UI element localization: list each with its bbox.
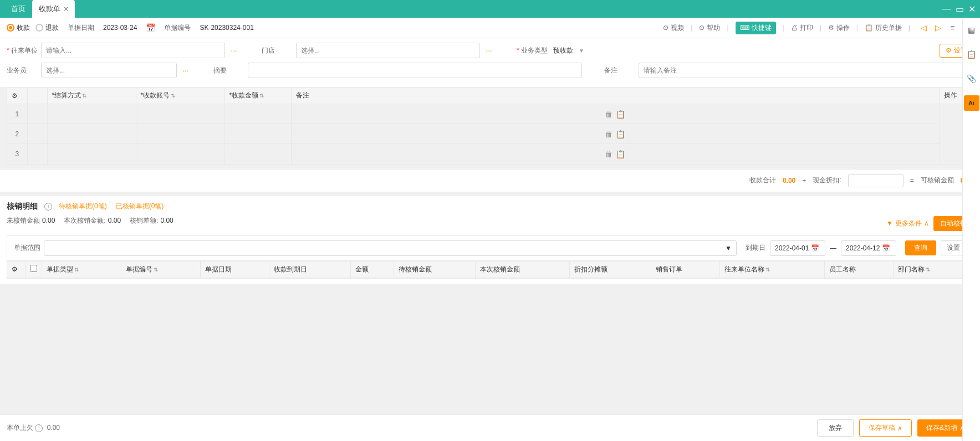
query-btn[interactable]: 查询 — [905, 240, 936, 255]
date-to-value: 2022-04-12 — [846, 244, 880, 252]
th-amount[interactable]: *收款金额 ⇅ — [224, 88, 291, 104]
receipt-table-container: ⚙ *结算方式 ⇅ *收款账号 ⇅ — [7, 87, 973, 165]
td-action-1: 🗑 📋 — [291, 104, 940, 124]
verify-tab-completed[interactable]: 已核销单据(0笔) — [116, 202, 164, 211]
delete-icon-2[interactable]: 🗑 — [605, 130, 612, 139]
bottom-table: ⚙ 单据类型 ⇅ 单据编号 — [7, 261, 973, 278]
radio-refund-dot — [35, 24, 43, 32]
delete-icon-1[interactable]: 🗑 — [605, 110, 612, 119]
verify-info-icon[interactable]: i — [44, 203, 52, 211]
history-btn[interactable]: 📋 历史单据 — [865, 23, 902, 33]
tab-receipt-close[interactable]: × — [64, 4, 68, 13]
summary-equals: = — [910, 177, 914, 184]
staff-field: 业务员 ··· — [7, 63, 191, 78]
tab-home[interactable]: 首页 — [4, 0, 32, 18]
unchecked-stat: 未核销金额 0.00 — [7, 216, 55, 225]
date-from-input[interactable]: 2022-04-01 📅 — [770, 240, 825, 256]
td-account-1 — [47, 104, 136, 124]
unchecked-value: 0.00 — [42, 217, 55, 224]
th-account[interactable]: *收款账号 ⇅ — [136, 88, 224, 104]
sidebar-table-icon[interactable]: ▦ — [964, 22, 979, 38]
filter-btns: 查询 设置 — [905, 240, 966, 255]
store-more-icon[interactable]: ··· — [483, 46, 494, 55]
shortcut-btn[interactable]: ⌨ 快捷键 — [736, 22, 776, 34]
bottom-table-container: ⚙ 单据类型 ⇅ 单据编号 — [7, 261, 973, 279]
layout-list-btn[interactable]: ≡ — [946, 21, 959, 34]
video-btn[interactable]: ⊙ 视频 — [663, 23, 684, 33]
bth-doc-no-label: 单据编号 — [126, 265, 152, 274]
number-value: SK-20230324-001 — [200, 24, 253, 32]
verify-tab-pending[interactable]: 待核销单据(0笔) — [59, 202, 107, 211]
staff-more-icon[interactable]: ··· — [180, 66, 191, 75]
td-remark-3 — [224, 144, 291, 164]
range-select[interactable]: ▼ — [44, 240, 737, 256]
bth-gear[interactable]: ⚙ — [7, 261, 25, 278]
more-conditions-btn[interactable]: ▼ 更多条件 ∧ — [886, 219, 929, 228]
sidebar-doc-icon[interactable]: 📋 — [964, 47, 979, 62]
main-scroll: 收款 退款 单据日期 2023-03-24 📅 单据编号 SK-20230324… — [0, 18, 980, 340]
sidebar-ai-icon[interactable]: Ai — [964, 95, 979, 111]
business-type-chevron[interactable]: ▼ — [579, 48, 584, 54]
bth-dept[interactable]: 部门名称 ⇅ — [893, 261, 972, 278]
store-label: 门店 — [262, 46, 293, 55]
history-label: 历史单据 — [875, 23, 902, 33]
bth-doc-no[interactable]: 单据编号 ⇅ — [121, 261, 200, 278]
shortcut-label: 快捷键 — [752, 23, 772, 33]
verify-stats: 未核销金额 0.00 本次核销金额: 0.00 核销差额: 0.00 — [7, 216, 173, 225]
copy-icon-1[interactable]: 📋 — [616, 110, 625, 119]
discount-input[interactable] — [848, 174, 904, 187]
counterpart-more-icon[interactable]: ··· — [228, 46, 239, 55]
operate-btn[interactable]: ⚙ 操作 — [828, 23, 850, 33]
business-type-field: 业务类型 预收款 ▼ — [517, 46, 940, 55]
store-field: 门店 ··· — [262, 43, 494, 58]
window-close-btn[interactable]: ✕ — [968, 4, 976, 14]
date-to-input[interactable]: 2022-04-12 📅 — [841, 240, 896, 256]
date-from-calendar-icon: 📅 — [811, 244, 819, 252]
diff-label: 核销差额: — [130, 216, 158, 225]
right-sidebar: ▦ 📋 📎 Ai — [962, 18, 980, 340]
current-label: 本次核销金额: — [64, 216, 105, 225]
form-row-1: 往来单位 ··· 门店 ··· 业务类型 预收款 ▼ ⚙ 设置 — [7, 43, 973, 58]
table-row: 3 🗑 📋 — [7, 144, 973, 164]
tab-bar: 首页 收款单 × — ▭ ✕ — [0, 0, 980, 18]
radio-refund[interactable]: 退款 — [35, 23, 59, 33]
bth-doc-type[interactable]: 单据类型 ⇅ — [42, 261, 121, 278]
window-max-btn[interactable]: ▭ — [956, 4, 964, 14]
print-btn[interactable]: 🖨 打印 — [791, 23, 813, 33]
tab-bar-controls: — ▭ ✕ — [942, 4, 976, 14]
th-settlement[interactable]: *结算方式 ⇅ — [47, 88, 136, 104]
select-all-checkbox[interactable] — [30, 265, 37, 272]
bth-counterpart[interactable]: 往来单位名称 ⇅ — [719, 261, 824, 278]
staff-input[interactable] — [41, 63, 177, 78]
calendar-icon[interactable]: 📅 — [146, 23, 155, 32]
sidebar-attachment-icon[interactable]: 📎 — [964, 71, 979, 86]
copy-icon-2[interactable]: 📋 — [616, 130, 625, 139]
radio-receipt[interactable]: 收款 — [7, 23, 30, 33]
delete-icon-3[interactable]: 🗑 — [605, 150, 612, 158]
verify-tabs: 待核销单据(0笔) 已核销单据(0笔) — [59, 202, 164, 211]
window-min-btn[interactable]: — — [942, 4, 951, 14]
copy-icon-3[interactable]: 📋 — [616, 150, 625, 158]
layout-next-btn[interactable]: ▷ — [931, 21, 945, 34]
remark-field: 备注 — [604, 63, 973, 78]
th-account-label: *收款账号 — [141, 91, 170, 100]
business-type-label: 业务类型 — [517, 46, 548, 55]
store-input[interactable] — [296, 43, 480, 58]
help-btn[interactable]: ⊙ 帮助 — [699, 23, 720, 33]
remark-input[interactable] — [639, 63, 973, 78]
bth-pending: 待核销金额 — [394, 261, 475, 278]
layout-prev-btn[interactable]: ◁ — [917, 21, 930, 34]
bth-doc-no-sort: ⇅ — [154, 266, 158, 273]
tab-receipt[interactable]: 收款单 × — [32, 0, 75, 18]
abstract-input[interactable] — [248, 63, 583, 78]
settings-gear-icon: ⚙ — [946, 47, 952, 54]
verify-actions: ▼ 更多条件 ∧ 自动核销 — [886, 216, 973, 231]
th-settlement-label: *结算方式 — [52, 91, 81, 100]
bth-doc-type-label: 单据类型 — [47, 265, 73, 274]
print-label: 打印 — [800, 23, 813, 33]
counterpart-input[interactable] — [41, 43, 225, 58]
table-row: 2 🗑 📋 — [7, 124, 973, 144]
radio-refund-label: 退款 — [45, 23, 59, 33]
th-gear[interactable]: ⚙ — [7, 88, 27, 104]
td-rownum-3: 3 — [7, 144, 27, 164]
